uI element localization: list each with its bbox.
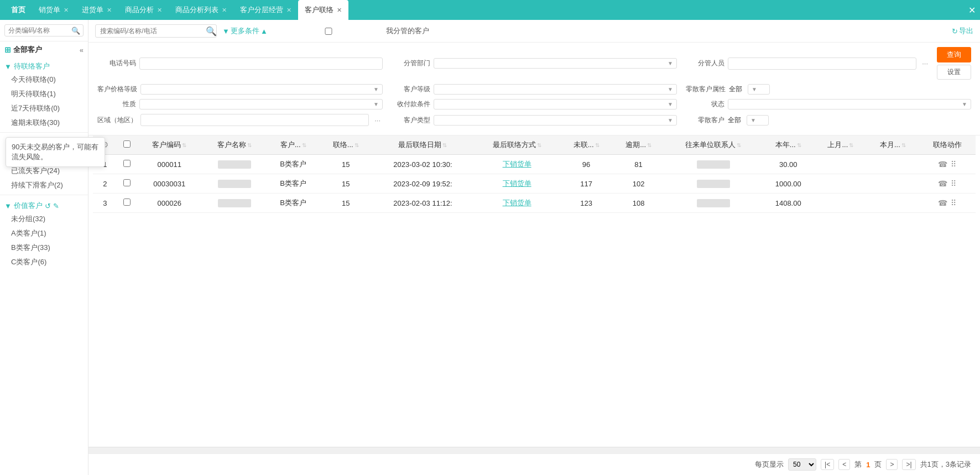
sidebar-all-customers[interactable]: ⊞ 全部客户 « (0, 41, 88, 58)
row-contact-num: 15 (320, 194, 372, 213)
row-checkbox[interactable] (117, 155, 137, 174)
sort-code[interactable]: ⇅ (182, 142, 186, 148)
sort-person[interactable]: ⇅ (737, 142, 741, 148)
col-last-method: 最后联络方式⇅ (473, 135, 560, 155)
search-btn-icon[interactable]: 🔍 (206, 26, 217, 36)
tab-home[interactable]: 首页 (4, 0, 32, 20)
sort-last-month[interactable]: ⇅ (849, 142, 853, 148)
row-checkbox[interactable] (117, 174, 137, 194)
sidebar-item-b-class[interactable]: B类客户(33) (0, 241, 88, 255)
row-index: 2 (93, 174, 117, 194)
row-current-year: 1408.00 (762, 194, 815, 213)
row-checkbox[interactable] (117, 194, 137, 213)
row-name (202, 194, 267, 213)
sort-last-method[interactable]: ⇅ (537, 142, 541, 148)
sort-current-month[interactable]: ⇅ (901, 142, 906, 148)
customer-level-select[interactable]: ▼ (434, 84, 677, 95)
horizontal-scrollbar[interactable] (88, 447, 980, 453)
sort-name[interactable]: ⇅ (247, 142, 252, 148)
sidebar-item-a-class[interactable]: A类客户(1) (0, 226, 88, 241)
my-customers-check[interactable] (273, 28, 384, 35)
dept-select[interactable]: ▼ (434, 58, 677, 69)
my-customers-checkbox[interactable]: 我分管的客户 (273, 26, 429, 36)
sort-overdue[interactable]: ⇅ (647, 142, 651, 148)
region-input[interactable] (140, 114, 369, 126)
refresh-icon-value[interactable]: ↺ (45, 202, 51, 210)
filter-customer-type: 客户类型 ▼ (392, 114, 677, 126)
contact-action-icon[interactable]: ☎ (938, 179, 947, 188)
region-dots-btn[interactable]: ··· (372, 116, 383, 124)
zero-attr-select[interactable]: ▼ (748, 84, 770, 95)
row-check-0[interactable] (123, 160, 131, 167)
more-action-icon[interactable]: ⠿ (951, 179, 956, 188)
more-action-icon[interactable]: ⠿ (951, 160, 956, 169)
close-purchase-tab[interactable]: ✕ (107, 7, 112, 14)
export-btn[interactable]: ↻ 导出 (952, 26, 973, 36)
sidebar-item-today[interactable]: 今天待联络(0) (0, 72, 88, 87)
sidebar-item-overdue[interactable]: 逾期未联络(30) (0, 116, 88, 130)
price-level-select[interactable]: ▼ (140, 84, 383, 95)
first-page-btn[interactable]: |< (821, 459, 834, 470)
row-not-contacted: 117 (560, 174, 613, 194)
row-last-method[interactable]: 下销货单 (473, 174, 560, 194)
tab-purchase[interactable]: 进货单 ✕ (75, 0, 118, 20)
setting-btn[interactable]: 设置 (937, 65, 971, 80)
sidebar-item-7days[interactable]: 近7天待联络(0) (0, 101, 88, 116)
sort-last-date[interactable]: ⇅ (442, 142, 447, 148)
staff-input[interactable] (728, 58, 916, 70)
more-conditions-btn[interactable]: ▼ 更多条件 ▲ (222, 26, 268, 36)
price-level-label: 客户价格等级 (97, 85, 137, 94)
sidebar-item-tomorrow[interactable]: 明天待联络(1) (0, 87, 88, 101)
sidebar-group-value[interactable]: ▼ 价值客户 ↺ ✎ (0, 197, 88, 212)
customer-type-select[interactable]: ▼ (434, 115, 677, 126)
sidebar-item-ungroup[interactable]: 未分组(32) (0, 212, 88, 226)
sort-not-contacted[interactable]: ⇅ (595, 142, 600, 148)
sort-contact[interactable]: ⇅ (355, 142, 359, 148)
dept-arrow: ▼ (668, 60, 673, 66)
contact-action-icon[interactable]: ☎ (938, 199, 947, 207)
tab-customer-segment[interactable]: 客户分层经营 ✕ (233, 0, 298, 20)
select-all-checkbox[interactable] (123, 140, 131, 148)
status-select[interactable]: ▼ (728, 99, 971, 109)
close-contact-tab[interactable]: ✕ (337, 7, 342, 14)
per-page-select[interactable]: 50 20 100 (788, 458, 816, 471)
payment-select[interactable]: ▼ (434, 99, 677, 109)
last-page-btn[interactable]: >| (902, 459, 915, 470)
edit-icon-value[interactable]: ✎ (53, 202, 59, 210)
tab-product-analysis[interactable]: 商品分析 ✕ (118, 0, 169, 20)
close-sales-tab[interactable]: ✕ (64, 7, 69, 14)
row-last-method[interactable]: 下销货单 (473, 155, 560, 174)
tab-product-analysis-list[interactable]: 商品分析列表 ✕ (169, 0, 233, 20)
sidebar-item-c-class[interactable]: C类客户(6) (0, 255, 88, 269)
filter-zero-customer: 零散客户 全部 ▼ (686, 114, 971, 126)
more-action-icon[interactable]: ⠿ (951, 199, 956, 207)
sort-current-year[interactable]: ⇅ (797, 142, 801, 148)
tab-sales[interactable]: 销货单 ✕ (32, 0, 75, 20)
close-product-tab[interactable]: ✕ (157, 7, 162, 14)
arrow-icon: ▼ (4, 62, 12, 71)
prev-page-btn[interactable]: < (838, 459, 850, 470)
chevron-icon: ▲ (260, 27, 268, 35)
filter-price-level: 客户价格等级 ▼ (97, 84, 383, 95)
gender-select[interactable]: ▼ (139, 99, 383, 109)
sidebar-search-area: 🔍 (0, 20, 88, 41)
sidebar-group-pending[interactable]: ▼ 待联络客户 (0, 58, 88, 72)
next-page-btn[interactable]: > (886, 459, 898, 470)
row-check-1[interactable] (123, 179, 131, 186)
row-last-method[interactable]: 下销货单 (473, 194, 560, 213)
col-checkbox[interactable] (117, 135, 137, 155)
tab-customer-contact[interactable]: 客户联络 ✕ (298, 0, 348, 20)
staff-dots-btn[interactable]: ··· (920, 59, 930, 67)
zero-customer-select[interactable]: ▼ (747, 115, 769, 126)
query-btn[interactable]: 查询 (937, 47, 971, 62)
row-check-2[interactable] (123, 199, 131, 206)
close-segment-tab[interactable]: ✕ (286, 7, 291, 14)
phone-input[interactable] (139, 58, 383, 70)
sort-type[interactable]: ⇅ (302, 142, 306, 148)
close-product-list-tab[interactable]: ✕ (222, 7, 227, 14)
search-input[interactable] (95, 24, 217, 38)
close-all-tabs[interactable]: ✕ (968, 5, 976, 15)
row-overdue: 108 (612, 194, 665, 213)
sidebar-item-declining[interactable]: 持续下滑客户(2) (0, 178, 88, 192)
contact-action-icon[interactable]: ☎ (938, 160, 947, 169)
